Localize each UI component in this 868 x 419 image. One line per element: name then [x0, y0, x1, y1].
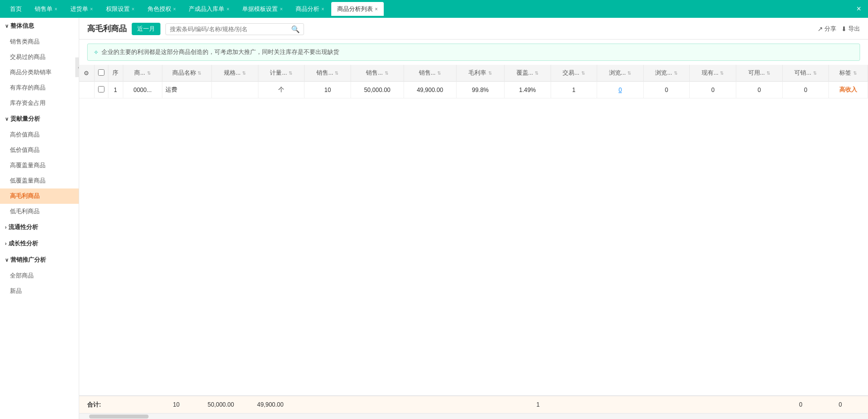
- chevron-right-icon: ›: [5, 241, 6, 246]
- nav-tab-permission[interactable]: 权限设置 ×: [100, 2, 141, 16]
- footer-sales-cost: 49,900.00: [246, 401, 295, 408]
- sort-icon[interactable]: ⇅: [437, 71, 441, 76]
- sort-icon[interactable]: ⇅: [813, 71, 817, 76]
- close-icon[interactable]: ×: [321, 6, 324, 12]
- page-title: 高毛利商品: [87, 24, 127, 34]
- footer-spacer: [295, 401, 518, 408]
- nav-tab-sales[interactable]: 销售单 ×: [29, 2, 63, 16]
- cell-sales-cost: 49,900.00: [404, 82, 457, 98]
- sidebar-group-overview[interactable]: ∨ 整体信息: [0, 18, 79, 34]
- cell-browse1[interactable]: 0: [597, 82, 644, 98]
- sidebar-item-traded-goods[interactable]: 交易过的商品: [0, 49, 79, 65]
- cell-seq: 1: [108, 82, 123, 98]
- chevron-down-icon: ∨: [5, 23, 8, 29]
- sidebar-group-marketing[interactable]: ∨ 营销推广分析: [0, 252, 79, 268]
- sidebar-group-contribution[interactable]: ∨ 贡献量分析: [0, 111, 79, 127]
- nav-tab-home[interactable]: 首页: [4, 2, 28, 16]
- sort-icon[interactable]: ⇅: [720, 71, 724, 76]
- cell-spec: [212, 82, 258, 98]
- sort-icon[interactable]: ⇅: [488, 71, 492, 76]
- close-icon[interactable]: ×: [280, 6, 283, 12]
- footer-total-row: 合计: 10 50,000.00 49,900.00 1 0 0: [79, 395, 868, 413]
- sort-icon[interactable]: ⇅: [147, 71, 151, 76]
- column-browse1: 浏览... ⇅: [597, 65, 644, 82]
- sort-icon[interactable]: ⇅: [535, 71, 539, 76]
- close-icon[interactable]: ×: [54, 6, 57, 12]
- nav-tab-purchase[interactable]: 进货单 ×: [64, 2, 99, 16]
- table-row: 1 0000... 运费 个 10 50,000.00 49,900.00 99…: [79, 82, 868, 98]
- cell-name: 运费: [162, 82, 212, 98]
- footer-spacer2: [558, 401, 781, 408]
- close-icon[interactable]: ×: [173, 6, 176, 12]
- nav-tab-template[interactable]: 单据模板设置 ×: [236, 2, 289, 16]
- sidebar-item-low-value[interactable]: 低价值商品: [0, 142, 79, 158]
- data-table: ⚙ 序 商... ⇅ 商品名称 ⇅ 规格... ⇅ 计量... ⇅ 销售... …: [79, 65, 868, 98]
- sort-icon[interactable]: ⇅: [766, 71, 770, 76]
- header-actions: ↗ 分享 ⬇ 导出: [817, 25, 860, 33]
- nav-tab-product-analysis-list[interactable]: 商品分析列表 ×: [331, 2, 384, 16]
- close-icon[interactable]: ×: [226, 6, 229, 12]
- sidebar-item-sales-goods[interactable]: 销售类商品: [0, 34, 79, 49]
- sort-icon[interactable]: ⇅: [627, 71, 631, 76]
- horizontal-scrollbar[interactable]: [79, 413, 868, 419]
- column-seq: 序: [108, 65, 123, 82]
- sidebar-item-new-goods[interactable]: 新品: [0, 283, 79, 299]
- export-button[interactable]: ⬇ 导出: [841, 25, 860, 33]
- sidebar-item-category-sales-rate[interactable]: 商品分类助销率: [0, 65, 79, 80]
- sort-icon[interactable]: ⇅: [674, 71, 678, 76]
- sidebar-item-high-margin[interactable]: 高毛利商品: [0, 188, 79, 204]
- row-checkbox[interactable]: [98, 86, 104, 93]
- cell-browse2: 0: [643, 82, 690, 98]
- footer-cells: 10 50,000.00 49,900.00 1 0 0: [156, 401, 860, 408]
- sidebar-item-high-coverage[interactable]: 高覆盖量商品: [0, 158, 79, 173]
- search-icon[interactable]: 🔍: [291, 25, 300, 33]
- close-icon[interactable]: ×: [90, 6, 93, 12]
- sidebar-item-stocked-goods[interactable]: 有库存的商品: [0, 80, 79, 95]
- sort-icon[interactable]: ⇅: [581, 71, 585, 76]
- sort-icon[interactable]: ⇅: [853, 71, 857, 76]
- column-sales-cost: 销售... ⇅: [404, 65, 457, 82]
- sort-icon[interactable]: ⇅: [335, 71, 339, 76]
- sidebar-group-growth[interactable]: › 成长性分析: [0, 235, 79, 252]
- nav-tab-product-analysis[interactable]: 商品分析 ×: [290, 2, 330, 16]
- column-settings[interactable]: ⚙: [79, 65, 94, 82]
- sidebar-item-high-value[interactable]: 高价值商品: [0, 127, 79, 142]
- search-input[interactable]: [170, 26, 289, 33]
- sidebar-group-liquidity[interactable]: › 流通性分析: [0, 219, 79, 235]
- sidebar-collapse-button[interactable]: «: [75, 57, 79, 77]
- cell-checkbox[interactable]: [94, 82, 108, 98]
- cell-sales-qty: 10: [305, 82, 351, 98]
- sidebar-item-low-margin[interactable]: 低毛利商品: [0, 204, 79, 219]
- sort-icon[interactable]: ⇅: [242, 71, 246, 76]
- nav-tab-role[interactable]: 角色授权 ×: [142, 2, 182, 16]
- sidebar-item-low-coverage[interactable]: 低覆盖量商品: [0, 173, 79, 188]
- column-gross-margin: 毛利率 ⇅: [457, 65, 505, 82]
- close-icon[interactable]: ×: [375, 6, 378, 12]
- sidebar-item-all-goods[interactable]: 全部商品: [0, 268, 79, 283]
- column-saleable: 可销... ⇅: [782, 65, 829, 82]
- sort-icon[interactable]: ⇅: [385, 71, 389, 76]
- content-header: 高毛利商品 近一月 🔍 ↗ 分享 ⬇ 导出: [79, 18, 868, 40]
- select-all-checkbox[interactable]: [98, 69, 104, 76]
- close-all-button[interactable]: ×: [854, 4, 864, 13]
- cell-gear: [79, 82, 94, 98]
- nav-tab-product-inbound[interactable]: 产成品入库单 ×: [183, 2, 235, 16]
- search-box: 🔍: [165, 23, 304, 35]
- scroll-thumb[interactable]: [89, 415, 149, 419]
- table-wrapper[interactable]: ⚙ 序 商... ⇅ 商品名称 ⇅ 规格... ⇅ 计量... ⇅ 销售... …: [79, 65, 868, 395]
- cell-unit: 个: [258, 82, 305, 98]
- sidebar-item-stock-capital[interactable]: 库存资金占用: [0, 95, 79, 111]
- column-checkbox[interactable]: [94, 65, 108, 82]
- chevron-down-icon: ∨: [5, 257, 8, 263]
- sort-icon[interactable]: ⇅: [198, 71, 202, 76]
- share-button[interactable]: ↗ 分享: [817, 25, 836, 33]
- column-sales-qty: 销售... ⇅: [305, 65, 351, 82]
- close-icon[interactable]: ×: [132, 6, 135, 12]
- filter-recent-month-button[interactable]: 近一月: [132, 23, 160, 35]
- export-icon: ⬇: [841, 25, 847, 33]
- column-name: 商品名称 ⇅: [162, 65, 212, 82]
- top-nav: 首页 销售单 × 进货单 × 权限设置 × 角色授权 × 产成品入库单 × 单据…: [0, 0, 868, 18]
- cell-gross-margin: 99.8%: [457, 82, 505, 98]
- sort-icon[interactable]: ⇅: [289, 71, 293, 76]
- chevron-down-icon: ∨: [5, 116, 8, 122]
